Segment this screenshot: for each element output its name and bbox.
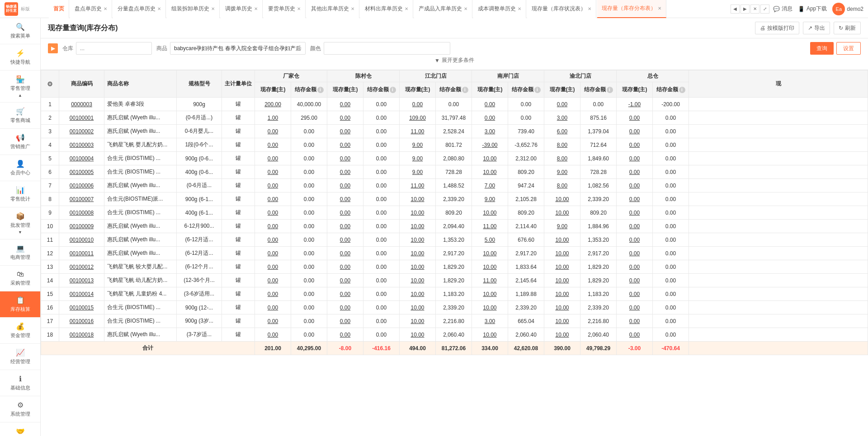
cell-code[interactable]: 00100011 [59, 247, 104, 260]
cell-code[interactable]: 0000003 [59, 98, 104, 111]
cell-value[interactable]: 0.00 [327, 165, 363, 179]
close-icon[interactable]: ✕ [464, 6, 467, 11]
tab-prev-button[interactable]: ◀ [731, 5, 740, 14]
cell-value[interactable]: 9.00 [400, 165, 436, 179]
cell-value[interactable]: 0.00 [255, 247, 291, 260]
close-icon[interactable]: ✕ [351, 6, 354, 11]
cell-value[interactable]: 10.00 [544, 233, 580, 247]
cell-value[interactable]: 0.00 [617, 125, 653, 138]
cell-value[interactable]: 10.00 [400, 287, 436, 301]
cell-value[interactable]: 0.00 [255, 233, 291, 247]
tab-home[interactable]: 首页 [49, 0, 69, 18]
cell-code[interactable]: 00100012 [59, 260, 104, 274]
cell-code[interactable]: 00100002 [59, 125, 104, 138]
cell-value[interactable]: 0.00 [327, 314, 363, 328]
sidebar-item-wholesale[interactable]: 📦 批发管理 ▼ [0, 207, 40, 239]
cell-value[interactable]: 0.00 [327, 138, 363, 152]
sidebar-item-ecommerce[interactable]: 💻 电商管理 [0, 239, 40, 266]
cell-value[interactable]: 10.00 [400, 328, 436, 342]
cell-value[interactable]: 10.00 [472, 165, 508, 179]
tab-assembly[interactable]: 组装拆卸单历史 ✕ [167, 0, 220, 18]
info-icon[interactable]: i [462, 87, 468, 93]
cell-code[interactable]: 00100007 [59, 192, 104, 206]
cell-value[interactable]: 0.00 [327, 274, 363, 287]
cell-value[interactable]: 9.00 [400, 152, 436, 165]
cell-value[interactable]: 0.00 [255, 138, 291, 152]
cell-value[interactable]: 10.00 [544, 287, 580, 301]
sidebar-item-inventory[interactable]: 📋 库存核算 [0, 291, 40, 318]
cell-value[interactable]: 5.00 [472, 233, 508, 247]
cell-value[interactable]: 10.00 [400, 233, 436, 247]
tab-material-out[interactable]: 材料出库单历史 ✕ [360, 0, 413, 18]
refresh-button[interactable]: ↻ 刷新 [834, 22, 861, 34]
cell-value[interactable]: 3.00 [472, 125, 508, 138]
tab-stock-distribution[interactable]: 现存量（库存分布表）✕ [597, 0, 666, 18]
cell-code[interactable]: 00100001 [59, 111, 104, 125]
cell-value[interactable]: 11.00 [400, 125, 436, 138]
setting-button[interactable]: 设置 [836, 42, 861, 55]
cell-value[interactable]: 0.00 [255, 165, 291, 179]
cell-value[interactable]: 10.00 [400, 301, 436, 314]
cell-code[interactable]: 00100015 [59, 301, 104, 314]
cell-value[interactable]: 10.00 [472, 328, 508, 342]
cell-value[interactable]: 0.00 [617, 314, 653, 328]
expand-conditions-button[interactable]: ▼ 展开更多条件 [48, 55, 861, 66]
message-button[interactable]: 💬 消息 [773, 5, 793, 13]
close-icon[interactable]: ✕ [588, 6, 591, 11]
export-button[interactable]: ↗ 导出 [803, 22, 830, 34]
cell-value[interactable]: 11.00 [472, 274, 508, 287]
cell-value[interactable]: 0.00 [255, 220, 291, 233]
sidebar-item-purchase[interactable]: 🛍 采购管理 [0, 266, 40, 291]
cell-value[interactable]: 0.00 [327, 206, 363, 220]
cell-value[interactable]: 7.00 [472, 179, 508, 192]
cell-value[interactable]: 0.00 [255, 192, 291, 206]
tab-outbound[interactable]: 其他出库单历史 ✕ [307, 0, 359, 18]
cell-value[interactable]: 0.00 [617, 301, 653, 314]
cell-code[interactable]: 00100010 [59, 233, 104, 247]
cell-value[interactable]: 0.00 [544, 98, 580, 111]
cell-code[interactable]: 00100004 [59, 152, 104, 165]
cell-value[interactable]: 10.00 [544, 260, 580, 274]
cell-code[interactable]: 00100013 [59, 274, 104, 287]
cell-value[interactable]: 10.00 [544, 328, 580, 342]
tab-next-button[interactable]: ▶ [741, 5, 750, 14]
cell-value[interactable]: -1.00 [617, 98, 653, 111]
close-icon[interactable]: ✕ [211, 6, 215, 11]
tab-close-all-button[interactable]: ✕ [750, 5, 760, 14]
cell-value[interactable]: 10.00 [400, 220, 436, 233]
tab-maximize-button[interactable]: ⤢ [760, 5, 769, 14]
sidebar-item-retail-mall[interactable]: 🛒 零售商城 [0, 103, 40, 129]
sidebar-item-base-info[interactable]: ℹ 基础信息 [0, 370, 40, 396]
cell-value[interactable]: 0.00 [255, 287, 291, 301]
cell-value[interactable]: 10.00 [472, 301, 508, 314]
cell-value[interactable]: 0.00 [255, 328, 291, 342]
sidebar-item-member[interactable]: 👤 会员中心 [0, 155, 40, 181]
cell-value[interactable]: 0.00 [617, 206, 653, 220]
cell-code[interactable]: 00100016 [59, 314, 104, 328]
cell-value[interactable]: 0.00 [327, 220, 363, 233]
sidebar-item-business[interactable]: 📈 经营管理 [0, 344, 40, 370]
cell-value[interactable]: 0.00 [472, 98, 508, 111]
cell-value[interactable]: 0.00 [255, 260, 291, 274]
cell-value[interactable]: 0.00 [327, 192, 363, 206]
cell-value[interactable]: 11.00 [400, 179, 436, 192]
cell-value[interactable]: 10.00 [400, 260, 436, 274]
close-icon[interactable]: ✕ [297, 6, 301, 11]
cell-value[interactable]: 0.00 [617, 152, 653, 165]
cell-value[interactable]: 10.00 [544, 206, 580, 220]
cell-value[interactable]: 0.00 [617, 328, 653, 342]
cell-value[interactable]: 10.00 [472, 260, 508, 274]
sidebar-item-collab[interactable]: 🤝 企业协同 [0, 422, 40, 436]
cell-code[interactable]: 00100014 [59, 287, 104, 301]
info-icon[interactable]: i [317, 87, 324, 93]
cell-value[interactable]: 10.00 [472, 206, 508, 220]
cell-value[interactable]: 0.00 [400, 98, 436, 111]
tab-portion-count[interactable]: 分量盘点单历史 ✕ [113, 0, 166, 18]
cell-value[interactable]: 0.00 [255, 179, 291, 192]
cell-value[interactable]: 0.00 [327, 125, 363, 138]
query-button[interactable]: 查询 [810, 42, 834, 55]
tab-product-in[interactable]: 产成品入库单历史 ✕ [414, 0, 472, 18]
cell-value[interactable]: 9.00 [544, 220, 580, 233]
sidebar-item-system[interactable]: ⚙ 系统管理 [0, 396, 40, 422]
cell-value[interactable]: 10.00 [472, 287, 508, 301]
